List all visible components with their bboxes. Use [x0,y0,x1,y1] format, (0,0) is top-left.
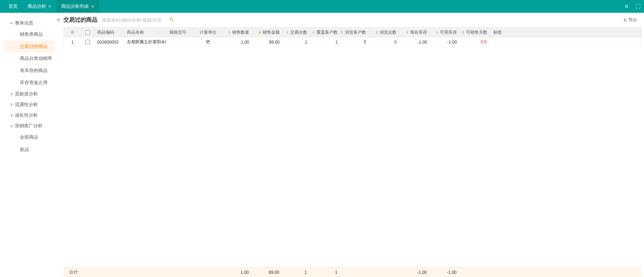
tab-item[interactable]: 首页 [4,0,23,13]
cell-browse-count: 0 [369,38,400,47]
row-select [82,38,94,47]
footer-qty: 1.00 [222,268,252,277]
table-row[interactable]: 1002600003左都胶囊五折遮阳伞防晒伞;把1.0089.001100-1.… [64,37,641,47]
cell-available: -1.00 [430,38,460,47]
collapse-sidebar-button[interactable] [57,18,60,277]
days-value: 0天 [481,39,487,45]
sidebar-group-label: 流通性分析 [15,101,38,108]
tab-label: 首页 [9,3,18,10]
refresh-export-icon: ↻ [623,18,627,23]
chevron-down-icon [10,123,15,129]
cell-browse-customers: 0 [341,38,369,47]
tab-close-icon[interactable]: ✕ [48,4,51,9]
tab-label: 商品分析 [28,3,46,10]
sidebar-group[interactable]: 整体信息 [4,18,55,28]
footer-days [460,268,490,277]
cell-spec [167,38,194,47]
tab-item[interactable]: 商品分析列表✕ [56,0,99,13]
col-header-unit[interactable]: 计量单位 [194,28,222,37]
footer-stock: -1.00 [399,268,430,277]
footer-label: 合计: [63,268,81,277]
row-index: 1 [64,38,82,47]
footer-amount: 89.00 [252,268,282,277]
browse-customers-link[interactable]: 0 [364,39,366,45]
footer-trades: 1 [282,268,310,277]
chevron-right-icon [10,102,15,107]
col-header-customers[interactable]: ▲▼覆盖客户数 [310,28,341,37]
col-header-spec[interactable]: 规格型号 [167,28,194,37]
export-button[interactable]: ↻ 导出 [623,17,637,23]
sidebar-item[interactable]: 库存资金占用 [4,77,55,89]
page-title: 交易过的商品 [63,16,97,24]
footer-customers: 1 [310,268,341,277]
sidebar-item[interactable]: 交易过的商品 [4,40,55,52]
sidebar-nav: 整体信息销售类商品交易过的商品商品分类动销率有库存的商品库存资金占用贡献度分析流… [4,13,55,277]
cell-name: 左都胶囊五折遮阳伞防晒伞; [124,38,167,47]
export-label: 导出 [628,17,637,23]
col-header-tag[interactable]: 标签 [491,28,641,37]
chevron-right-icon [10,92,15,97]
sidebar-group[interactable]: 贡献度分析 [4,89,55,99]
sidebar-group[interactable]: 流通性分析 [4,99,55,110]
chevron-down-icon [10,21,15,26]
select-all-checkbox[interactable] [85,30,90,35]
col-header-amount[interactable]: ▲▼销售金额 [252,28,283,37]
sidebar-group-label: 整体信息 [15,20,33,26]
footer-browse-count [369,268,399,277]
tab-label: 商品分析列表 [61,3,89,10]
tab-item[interactable]: 商品分析✕ [23,0,56,13]
cell-stock: -1.00 [400,38,430,47]
search-icon [169,17,174,23]
tab-close-icon[interactable]: ✕ [91,4,94,9]
footer-available: -1.00 [430,268,460,277]
cell-days: 0天 [460,38,491,47]
sidebar-item[interactable]: 有库存的商品 [4,65,55,77]
search-input[interactable] [102,17,166,23]
sidebar-group[interactable]: 营销推广分析 [4,121,55,131]
sidebar-item[interactable]: 商品分类动销率 [4,52,55,65]
search-button[interactable] [169,17,174,23]
sidebar-group[interactable]: 成长性分析 [4,110,55,121]
sidebar-item[interactable]: 销售类商品 [4,28,55,40]
col-header-browse-customers[interactable]: ▲▼浏览客户数 [341,28,369,37]
row-checkbox[interactable] [85,40,90,44]
gear-icon: ⚙ [71,30,74,35]
close-panel-button[interactable]: ✕ [623,2,631,10]
cell-trades: 1 [283,38,310,47]
sidebar-item[interactable]: 全部商品 [4,131,55,143]
cell-tag [491,38,641,47]
col-header-code[interactable]: 商品编码 [94,28,124,37]
chevron-double-left-icon [57,18,60,22]
table-settings-button[interactable]: ⚙ [71,30,74,35]
chevron-right-icon [10,113,15,118]
svg-line-1 [172,20,173,21]
col-header-stock[interactable]: ▲▼现有库存 [400,28,430,37]
col-header-name[interactable]: 商品名称 [124,28,167,37]
cell-code: 002600003 [94,38,124,47]
sidebar-group-label: 营销推广分析 [15,123,43,129]
footer-browse-customers [341,268,369,277]
col-header-qty[interactable]: ▲▼销售数量 [222,28,252,37]
fullscreen-button[interactable]: ⛶ [634,2,642,10]
table-body: 1002600003左都胶囊五折遮阳伞防晒伞;把1.0089.001100-1.… [63,37,641,47]
sidebar-item[interactable]: 新品 [4,144,55,156]
cell-qty: 1.00 [222,38,252,47]
sidebar-group-label: 贡献度分析 [15,91,38,97]
sidebar-group-label: 成长性分析 [15,112,38,118]
top-tab-bar: 首页商品分析✕商品分析列表✕ ✕ ⛶ [0,0,644,13]
col-header-browse-count[interactable]: ▲▼浏览次数 [369,28,400,37]
svg-point-0 [170,18,172,20]
col-header-available[interactable]: ▲▼可用库存 [430,28,460,37]
col-header-days[interactable]: ▲▼可销售天数 [460,28,491,37]
expand-icon: ⛶ [635,4,640,9]
cell-customers: 1 [310,38,341,47]
cell-amount: 89.00 [252,38,283,47]
table-footer-totals: 合计: 1.00 89.00 1 1 -1.00 -1.00 [63,267,641,277]
table-header: ⚙ 商品编码 商品名称 规格型号 计量单位 ▲▼销售数量 ▲▼销售金额 ▲▼交易… [63,27,641,37]
close-icon: ✕ [625,4,629,9]
col-header-trades[interactable]: ▲▼交易次数 [283,28,310,37]
cell-unit: 把 [194,38,222,47]
